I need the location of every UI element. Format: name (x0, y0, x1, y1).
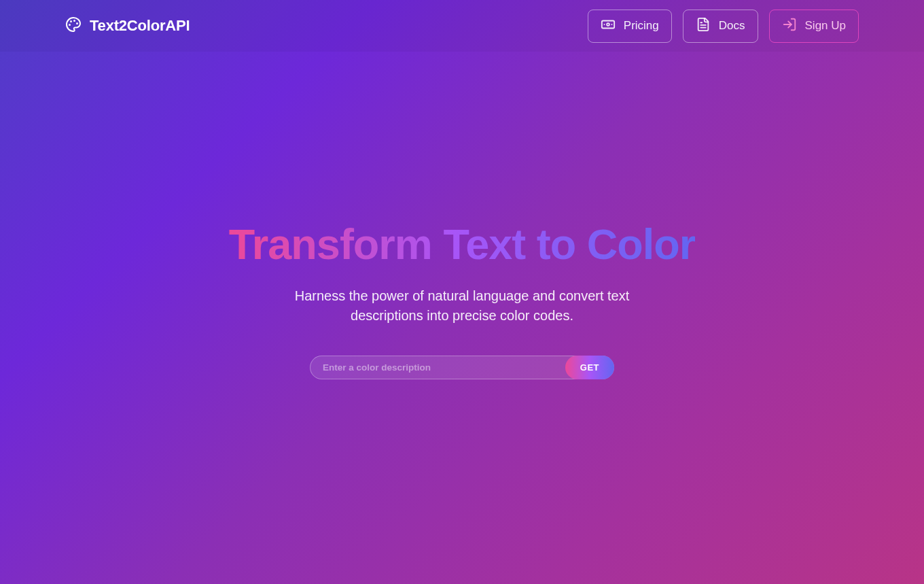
svg-point-2 (71, 21, 71, 22)
color-search-form: GET (310, 356, 614, 379)
signup-label: Sign Up (805, 19, 846, 33)
svg-point-0 (74, 20, 75, 21)
header: Text2ColorAPI Pricing Docs (0, 0, 924, 52)
get-button[interactable]: GET (565, 356, 614, 379)
hero-title: Transform Text to Color (229, 221, 695, 268)
svg-point-3 (69, 24, 70, 25)
file-text-icon (696, 17, 711, 35)
hero: Transform Text to Color Harness the powe… (0, 52, 924, 584)
pricing-label: Pricing (624, 19, 659, 33)
logo[interactable]: Text2ColorAPI (65, 16, 190, 35)
docs-button[interactable]: Docs (683, 10, 758, 43)
header-nav: Pricing Docs Sign Up (588, 10, 859, 43)
hero-subtitle: Harness the power of natural language an… (272, 286, 652, 326)
banknote-icon (601, 17, 616, 35)
svg-point-1 (77, 23, 77, 24)
logo-text: Text2ColorAPI (90, 17, 190, 35)
color-description-input[interactable] (310, 356, 566, 379)
pricing-button[interactable]: Pricing (588, 10, 672, 43)
docs-label: Docs (719, 19, 745, 33)
log-in-icon (782, 17, 797, 35)
palette-icon (65, 16, 82, 35)
svg-point-5 (607, 23, 609, 26)
signup-button[interactable]: Sign Up (769, 10, 859, 43)
